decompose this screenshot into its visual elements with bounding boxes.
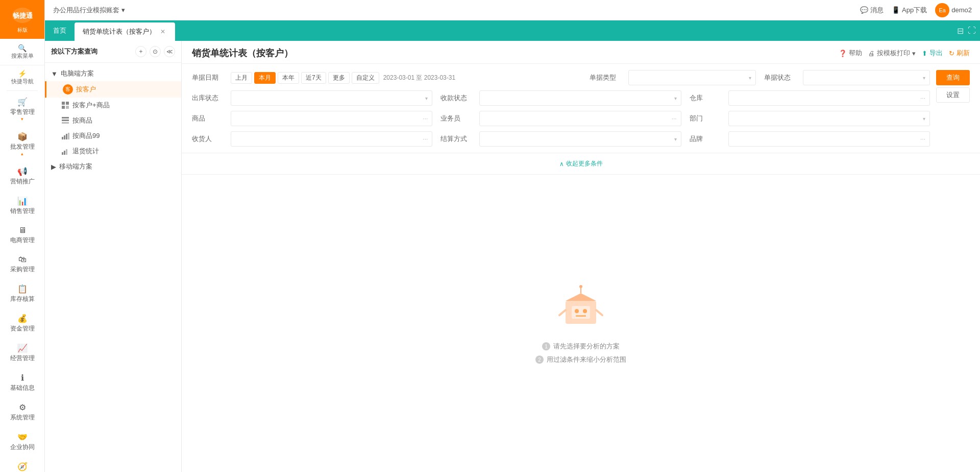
sidebar-item-finance[interactable]: 💰 资金管理 — [0, 309, 44, 338]
tab-minimize-icon[interactable]: ⊟ — [957, 26, 964, 36]
date-btn-custom[interactable]: 自定义 — [352, 72, 379, 84]
date-btn-this-year[interactable]: 本年 — [278, 72, 299, 84]
search-menu[interactable]: 🔍 搜索菜单 — [0, 39, 44, 65]
industry-selector[interactable]: 办公用品行业模拟账套 ▾ — [53, 6, 125, 15]
svg-rect-2 — [62, 102, 65, 105]
tree-child-by-customer-product-label: 按客户+商品 — [72, 101, 110, 110]
svg-rect-18 — [572, 306, 590, 319]
print-dropdown-icon: ▾ — [912, 50, 916, 57]
out-status-arrow-icon: ▾ — [425, 96, 428, 101]
collapse-up-icon: ∧ — [559, 160, 564, 168]
tree-arrow-icon: ▼ — [51, 70, 58, 78]
empty-svg — [550, 280, 611, 332]
order-type-select[interactable]: ▾ — [628, 70, 755, 85]
recipient-label: 收货人 — [192, 134, 223, 144]
settlement-select[interactable]: ▾ — [479, 131, 681, 147]
tree-child-by-product[interactable]: 按商品 — [45, 113, 181, 128]
edit-scheme-button[interactable]: ⊙ — [150, 46, 161, 57]
help-button[interactable]: ❓ 帮助 — [839, 49, 862, 58]
query-button[interactable]: 查询 — [936, 70, 970, 85]
filter-area: 单据日期 上月 本月 本年 近7天 更多 自定义 2023-03-01 至 20… — [182, 64, 980, 153]
svg-rect-6 — [62, 117, 69, 119]
warehouse-input[interactable]: ··· — [728, 90, 930, 106]
finance-icon: 💰 — [17, 314, 28, 323]
sidebar-item-retail[interactable]: 🛒 零售管理 ▾ — [0, 92, 44, 127]
department-select[interactable]: ▾ — [728, 111, 930, 126]
tree-child-return-stats[interactable]: 退货统计 — [45, 144, 181, 159]
logo-image: 畅捷通 — [9, 5, 36, 26]
quick-nav[interactable]: ⚡ 快捷导航 — [0, 65, 44, 89]
return-stats-icon — [61, 147, 69, 155]
message-button[interactable]: 💬 消息 — [860, 6, 884, 15]
out-status-select[interactable]: ▾ — [231, 90, 432, 106]
dropdown-arrow-icon: ▾ — [121, 6, 125, 14]
avatar: Ea — [935, 3, 949, 17]
brand-input[interactable]: ··· — [728, 131, 930, 147]
app-download-button[interactable]: 📱 App下载 — [892, 6, 927, 15]
tab-home[interactable]: 首页 — [45, 20, 75, 41]
export-icon: ⬆ — [922, 50, 927, 57]
svg-text:畅捷通: 畅捷通 — [12, 12, 33, 19]
svg-rect-14 — [64, 151, 65, 155]
order-status-label: 单据状态 — [764, 73, 795, 82]
date-btn-this-month[interactable]: 本月 — [254, 72, 276, 84]
tabbar: 首页 销货单统计表（按客户） ✕ ⊟ ⛶ — [45, 20, 980, 41]
tab-close-icon[interactable]: ✕ — [159, 28, 167, 36]
order-status-select[interactable]: ▾ — [803, 70, 930, 85]
brand-dots-icon: ··· — [920, 135, 925, 143]
svg-rect-3 — [66, 102, 69, 105]
print-button[interactable]: 🖨 按模板打印 ▾ — [868, 49, 916, 58]
date-btn-more[interactable]: 更多 — [328, 72, 350, 84]
sidebar-item-marketing[interactable]: 📢 营销推广 — [0, 161, 44, 191]
svg-rect-13 — [62, 152, 63, 155]
svg-marker-17 — [566, 293, 596, 301]
settings-button[interactable]: 设置 — [936, 87, 970, 103]
topbar-left: 办公用品行业模拟账套 ▾ — [53, 6, 125, 15]
refresh-button[interactable]: ↻ 刷新 — [949, 49, 970, 58]
sidebar-item-ecommerce[interactable]: 🖥 电商管理 — [0, 221, 44, 250]
sidebar-item-inventory[interactable]: 📋 库存核算 — [0, 279, 44, 309]
sidebar-item-system[interactable]: ⚙ 系统管理 — [0, 397, 44, 427]
sidebar-item-purchase[interactable]: 🛍 采购管理 — [0, 250, 44, 279]
salesperson-input[interactable]: ··· — [479, 111, 681, 126]
left-panel: 按以下方案查询 + ⊙ ≪ ▼ 电脑端方案 客 按客户 — [45, 41, 182, 472]
sidebar-item-sales[interactable]: 📊 销售管理 — [0, 191, 44, 221]
tree-child-by-customer[interactable]: 客 按客户 — [45, 81, 181, 98]
by-customer-icon: 客 — [63, 84, 73, 95]
export-button[interactable]: ⬆ 导出 — [922, 49, 943, 58]
page-header: 销货单统计表（按客户） ❓ 帮助 🖨 按模板打印 ▾ ⬆ 导出 — [182, 41, 980, 64]
svg-point-19 — [575, 309, 579, 313]
sidebar-item-collab[interactable]: 🤝 企业协同 — [0, 427, 44, 457]
download-icon: 📱 — [892, 6, 900, 14]
tree-child-by-product-label: 按商品 — [72, 116, 92, 125]
product-input[interactable]: ··· — [231, 111, 432, 126]
user-profile[interactable]: Ea demo2 — [935, 3, 972, 17]
tab-fullscreen-icon[interactable]: ⛶ — [968, 26, 976, 35]
sidebar-logo[interactable]: 畅捷通 标版 — [0, 0, 44, 39]
guide-icon: 🧭 — [17, 462, 28, 471]
recipient-input[interactable]: ··· — [231, 131, 432, 147]
sidebar-item-wholesale[interactable]: 📦 批发管理 ▴ — [0, 127, 44, 161]
collapse-panel-button[interactable]: ≪ — [164, 46, 175, 57]
tree-child-by-product99[interactable]: 按商品99 — [45, 128, 181, 144]
tree-parent-desktop[interactable]: ▼ 电脑端方案 — [45, 66, 181, 81]
sidebar-item-guide[interactable]: 🧭 新手引导 — [0, 457, 44, 472]
recipient-dots-icon: ··· — [423, 135, 428, 143]
brand-label: 品牌 — [690, 134, 720, 144]
receipt-status-select[interactable]: ▾ — [479, 90, 681, 106]
date-btn-7days[interactable]: 近7天 — [301, 72, 326, 84]
date-btn-last-month[interactable]: 上月 — [231, 72, 252, 84]
tab-sales-report[interactable]: 销货单统计表（按客户） ✕ — [75, 22, 175, 41]
refresh-icon: ↻ — [949, 50, 954, 57]
add-scheme-button[interactable]: + — [135, 46, 146, 57]
tree-child-by-customer-label: 按客户 — [76, 85, 96, 94]
sidebar-item-basic-info[interactable]: ℹ 基础信息 — [0, 368, 44, 397]
tree-parent-mobile[interactable]: ▶ 移动端方案 — [45, 159, 181, 174]
tree-child-by-customer-product[interactable]: 按客户+商品 — [45, 98, 181, 113]
sidebar-item-operations[interactable]: 📈 经营管理 — [0, 338, 44, 368]
svg-rect-5 — [66, 106, 69, 109]
message-icon: 💬 — [860, 6, 868, 14]
topbar-right: 💬 消息 📱 App下载 Ea demo2 — [860, 3, 972, 17]
collapse-button[interactable]: ∧ 收起更多条件 — [559, 156, 603, 171]
date-buttons: 上月 本月 本年 近7天 更多 自定义 2023-03-01 至 2023-03… — [231, 72, 455, 84]
